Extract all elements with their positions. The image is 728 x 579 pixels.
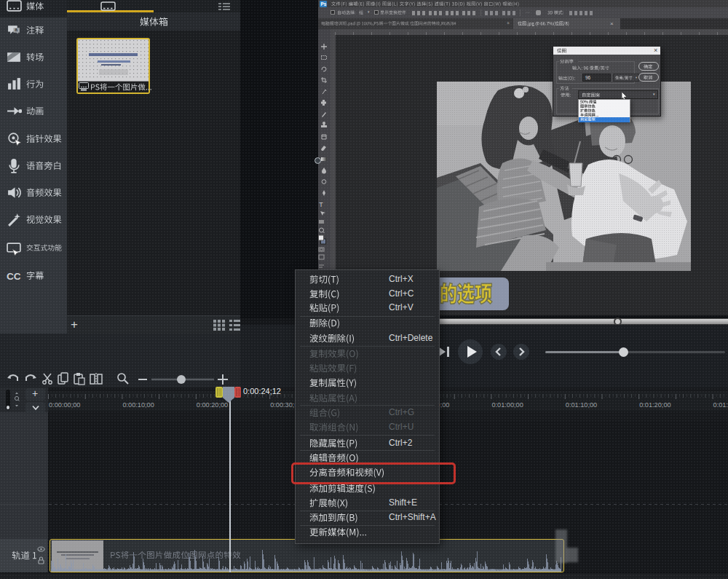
svg-text:a: a [15,27,18,32]
svg-text:CC: CC [7,271,21,282]
svg-text:T: T [319,201,323,208]
